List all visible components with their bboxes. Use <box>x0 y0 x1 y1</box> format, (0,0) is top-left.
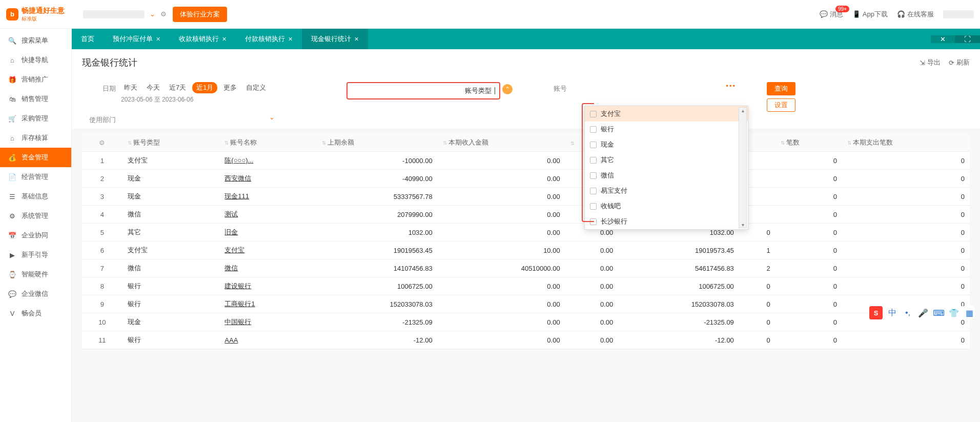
sort-icon[interactable]: ⇅ <box>224 140 229 146</box>
try-industry-button[interactable]: 体验行业方案 <box>173 7 227 22</box>
shop-selector[interactable]: ⌄ ⚙ <box>83 10 167 18</box>
online-service-link[interactable]: 🎧 在线客服 <box>897 10 934 19</box>
cell-name[interactable]: 测试 <box>219 206 317 224</box>
tab-0[interactable]: 首页 <box>72 29 104 49</box>
dropdown-option[interactable]: 支付宝 <box>585 106 748 122</box>
sidebar-item-14[interactable]: V畅会员 <box>0 304 71 323</box>
dropdown-option[interactable]: 长沙银行 <box>585 214 748 229</box>
cell-name[interactable]: 中国银行 <box>219 313 317 331</box>
close-icon[interactable]: ✕ <box>156 36 160 43</box>
checkbox[interactable] <box>590 142 597 148</box>
cell-income: 0.00 <box>438 170 565 188</box>
column-header[interactable]: ⇅账号类型 <box>122 134 220 152</box>
tab-2[interactable]: 收款核销执行✕ <box>170 29 236 49</box>
sort-icon[interactable]: ⇅ <box>570 140 575 146</box>
dropdown-option[interactable]: 现金 <box>585 137 748 152</box>
dropdown-option[interactable]: 银行 <box>585 122 748 137</box>
close-icon[interactable]: ✕ <box>222 36 227 43</box>
sort-icon[interactable]: ⇅ <box>781 140 785 146</box>
date-option[interactable]: 自定义 <box>243 82 269 93</box>
sidebar-item-7[interactable]: 📄经营管理 <box>0 167 71 187</box>
ime-keyboard-icon[interactable]: ⌨ <box>933 307 944 318</box>
column-header[interactable]: ⇅本期支出笔数 <box>842 134 970 152</box>
scroll-up-icon[interactable]: ▴ <box>742 108 744 113</box>
cell-name[interactable]: 工商银行1 <box>219 295 317 313</box>
sidebar-item-12[interactable]: ⌚智能硬件 <box>0 265 71 284</box>
date-option[interactable]: 昨天 <box>121 82 140 93</box>
sort-icon[interactable]: ⇅ <box>443 140 447 146</box>
date-option[interactable]: 近1月 <box>192 82 217 93</box>
tab-close-all[interactable]: ✕ <box>931 35 955 43</box>
app-download-link[interactable]: 📱 App下载 <box>852 10 888 19</box>
dropdown-option[interactable]: 微信 <box>585 168 748 183</box>
dropdown-option[interactable]: 收钱吧 <box>585 198 748 214</box>
date-option[interactable]: 更多 <box>220 82 240 93</box>
date-option[interactable]: 今天 <box>144 82 163 93</box>
ime-mic-icon[interactable]: 🎤 <box>917 307 929 318</box>
cell-name[interactable]: AAA <box>219 331 317 349</box>
scroll-down-icon[interactable]: ▾ <box>742 222 744 228</box>
cell-name[interactable]: 建设银行 <box>219 277 317 295</box>
messages-link[interactable]: 💬 消息 99+ <box>820 10 843 19</box>
checkbox[interactable] <box>590 111 597 117</box>
tab-4[interactable]: 现金银行统计✕ <box>302 29 368 49</box>
sort-icon[interactable]: ⇅ <box>128 140 132 146</box>
cell-name[interactable]: 旧金 <box>219 224 317 242</box>
close-icon[interactable]: ✕ <box>288 36 293 43</box>
column-header[interactable]: ⇅账号名称 <box>219 134 317 152</box>
sort-icon[interactable]: ⇅ <box>847 140 851 146</box>
gear-icon[interactable]: ⚙ <box>160 10 167 18</box>
ime-skin-icon[interactable]: 👕 <box>948 307 959 318</box>
date-option[interactable]: 近7天 <box>166 82 189 93</box>
close-icon[interactable]: ✕ <box>354 36 359 43</box>
checkbox[interactable] <box>590 188 597 194</box>
sidebar-item-3[interactable]: 🛍销售管理 <box>0 89 71 109</box>
sidebar-item-13[interactable]: 💬企业微信 <box>0 284 71 304</box>
sidebar-item-1[interactable]: ⌂快捷导航 <box>0 50 71 70</box>
cell-name[interactable]: 现金111 <box>219 188 317 206</box>
account-input[interactable] <box>572 86 721 86</box>
column-header[interactable]: ⚙ <box>82 134 122 152</box>
checkbox[interactable] <box>590 218 597 225</box>
sidebar-item-2[interactable]: 🎁营销推广 <box>0 70 71 89</box>
sidebar-item-0[interactable]: 🔍搜索菜单 <box>0 31 71 50</box>
sidebar-item-9[interactable]: ⚙系统管理 <box>0 206 71 226</box>
column-header[interactable]: ⇅本期收入金额 <box>438 134 565 152</box>
settings-button[interactable]: 设置 <box>767 98 795 112</box>
sidebar-item-5[interactable]: ⌂库存核算 <box>0 128 71 148</box>
sidebar-item-4[interactable]: 🛒采购管理 <box>0 109 71 128</box>
checkbox[interactable] <box>590 126 597 133</box>
ime-lang[interactable]: 中 <box>887 307 898 318</box>
query-button[interactable]: 查询 <box>767 82 795 95</box>
cell-name[interactable]: 西安微信 <box>219 170 317 188</box>
sidebar-item-11[interactable]: ▶新手引导 <box>0 245 71 265</box>
checkbox[interactable] <box>590 203 597 210</box>
column-header[interactable]: ⇅笔数 <box>775 134 842 152</box>
cell-name[interactable]: 支付宝 <box>219 242 317 259</box>
dropdown-scrollbar[interactable]: ▴ ▾ <box>739 107 747 228</box>
gear-icon[interactable]: ⚙ <box>99 139 105 147</box>
ime-grid-icon[interactable]: ▦ <box>964 307 975 318</box>
cell-name[interactable]: 微信 <box>219 259 317 277</box>
sidebar-item-10[interactable]: 📅企业协同 <box>0 226 71 245</box>
export-button[interactable]: ⇲导出 <box>920 58 941 67</box>
user-placeholder[interactable] <box>943 10 974 18</box>
checkbox[interactable] <box>590 172 597 179</box>
tab-1[interactable]: 预付冲应付单✕ <box>104 29 170 49</box>
dropdown-option[interactable]: 易宝支付 <box>585 183 748 198</box>
sort-icon[interactable]: ⇅ <box>322 140 326 146</box>
dropdown-option[interactable]: 其它 <box>585 152 748 168</box>
ime-punct-icon[interactable]: •, <box>902 307 913 318</box>
checkbox[interactable] <box>590 157 597 164</box>
tab-3[interactable]: 付款核销执行✕ <box>236 29 302 49</box>
sidebar-item-8[interactable]: ☰基础信息 <box>0 187 71 206</box>
collapse-icon[interactable]: ⌃ <box>502 84 513 94</box>
tab-expand[interactable]: ⛶ <box>955 35 980 43</box>
column-header[interactable]: ⇅上期余额 <box>317 134 438 152</box>
refresh-button[interactable]: ⟳刷新 <box>949 58 970 67</box>
more-icon[interactable]: ••• <box>726 82 736 90</box>
filter-account-type[interactable]: . 账号类型 ⌃ ▴ ▾ 支付宝银行现金其它微信易宝支付收钱吧长沙银行 <box>308 82 502 125</box>
cell-name[interactable]: 陈(○○○)... <box>219 152 317 170</box>
filter-dept[interactable]: 使用部门 ⌄ <box>82 113 277 125</box>
sidebar-item-6[interactable]: 💰资金管理 <box>0 148 71 167</box>
